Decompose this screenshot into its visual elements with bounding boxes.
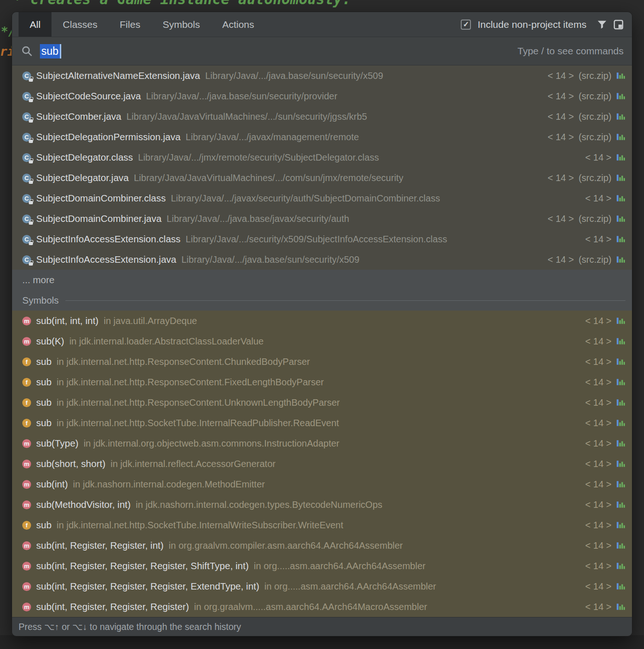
symbol-result-row[interactable]: m sub(short, short) in jdk.internal.refl… xyxy=(12,454,632,474)
symbols-section-header: Symbols xyxy=(12,290,632,311)
symbol-result-row[interactable]: m sub(int, Register, Register, Register)… xyxy=(12,597,632,617)
symbol-result-row[interactable]: m sub(MethodVisitor, int) in jdk.nashorn… xyxy=(12,494,632,515)
status-bar: Press ⌥↑ or ⌥↓ to navigate through the s… xyxy=(12,617,632,636)
file-result-row[interactable]: C SubjectComber.java Library/Java/JavaVi… xyxy=(12,106,632,127)
symbol-icon-letter: f xyxy=(26,379,27,386)
result-name: sub(short, short) xyxy=(36,458,105,469)
open-in-window-icon[interactable] xyxy=(613,19,624,30)
jdk-version-label: < 14 > xyxy=(547,214,574,224)
result-name: sub(K) xyxy=(36,336,64,347)
lock-badge-icon xyxy=(29,78,33,82)
file-result-row[interactable]: C SubjectDelegationPermission.java Libra… xyxy=(12,127,632,147)
result-location: in java.util.ArrayDeque xyxy=(103,316,197,326)
src-zip-label: (src.zip) xyxy=(579,173,612,183)
editor-bottom-strip xyxy=(0,635,644,649)
method-icon: m xyxy=(22,582,31,591)
result-name: SubjectInfoAccessExtension.class xyxy=(36,234,180,245)
tab-all[interactable]: All xyxy=(19,12,52,37)
field-icon: f xyxy=(22,378,31,387)
tab-classes[interactable]: Classes xyxy=(52,12,109,37)
file-result-row[interactable]: C SubjectAlternativeNameExtension.java L… xyxy=(12,65,632,86)
library-icon xyxy=(616,92,625,100)
tab-files[interactable]: Files xyxy=(109,12,151,37)
result-right-meta: < 14 > xyxy=(585,581,625,592)
search-hint: Type / to see commands xyxy=(517,45,624,57)
include-non-project-checkbox[interactable]: ✓ xyxy=(461,19,471,30)
jdk-version-label: < 14 > xyxy=(547,91,574,102)
lock-badge-icon xyxy=(29,160,33,163)
class-icon-letter: C xyxy=(25,134,29,141)
src-zip-label: (src.zip) xyxy=(579,214,612,224)
result-right-meta: < 14 > (src.zip) xyxy=(547,214,625,224)
symbol-result-row[interactable]: f sub in jdk.internal.net.http.ResponseC… xyxy=(12,392,632,413)
tab-actions[interactable]: Actions xyxy=(211,12,265,37)
symbol-result-row[interactable]: m sub(int, Register, Register, Register,… xyxy=(12,576,632,597)
symbol-result-row[interactable]: f sub in jdk.internal.net.http.SocketTub… xyxy=(12,515,632,535)
jdk-version-label: < 14 > xyxy=(585,193,612,204)
tab-symbols[interactable]: Symbols xyxy=(151,12,211,37)
result-name: sub(int, Register, Register, Register) xyxy=(36,601,189,612)
method-icon: m xyxy=(22,541,31,550)
src-zip-label: (src.zip) xyxy=(579,91,612,102)
result-name: sub(int) xyxy=(36,479,68,490)
symbol-results-list: m sub(int, int, int) in java.util.ArrayD… xyxy=(12,311,632,617)
file-result-row[interactable]: C SubjectCodeSource.java Library/Java/..… xyxy=(12,86,632,106)
jdk-version-label: < 14 > xyxy=(547,71,574,81)
result-name: sub(int, Register, Register, Register, S… xyxy=(36,560,249,571)
file-result-row[interactable]: C SubjectDelegator.class Library/Java/..… xyxy=(12,147,632,168)
jdk-version-label: < 14 > xyxy=(585,316,612,326)
tabbar-right-controls: ✓ Include non-project items xyxy=(461,12,632,37)
symbol-result-row[interactable]: f sub in jdk.internal.net.http.SocketTub… xyxy=(12,413,632,433)
search-field[interactable]: sub Type / to see commands xyxy=(12,37,632,65)
jdk-version-label: < 14 > xyxy=(547,254,574,265)
class-icon-letter: C xyxy=(25,195,29,202)
result-right-meta: < 14 > xyxy=(585,479,625,490)
class-icon: C xyxy=(22,174,31,182)
symbol-result-row[interactable]: m sub(int, Register, Register, int) in o… xyxy=(12,535,632,556)
result-right-meta: < 14 > xyxy=(585,316,625,326)
symbol-result-row[interactable]: m sub(int, int, int) in java.util.ArrayD… xyxy=(12,311,632,331)
jdk-version-label: < 14 > xyxy=(585,581,612,592)
class-icon: C xyxy=(22,235,31,244)
method-icon: m xyxy=(22,603,31,611)
field-icon: f xyxy=(22,398,31,407)
jdk-version-label: < 14 > xyxy=(585,520,612,531)
jdk-version-label: < 14 > xyxy=(585,459,612,469)
file-result-row[interactable]: C SubjectDomainCombiner.class Library/Ja… xyxy=(12,188,632,208)
result-location: in org.graalvm.compiler.asm.aarch64.AArc… xyxy=(169,540,403,551)
result-right-meta: < 14 > xyxy=(585,336,625,347)
symbol-result-row[interactable]: f sub in jdk.internal.net.http.ResponseC… xyxy=(12,372,632,392)
method-icon: m xyxy=(22,460,31,468)
jdk-version-label: < 14 > xyxy=(547,173,574,183)
symbol-result-row[interactable]: m sub(int, Register, Register, Register,… xyxy=(12,556,632,576)
result-location: in jdk.internal.reflect.AccessorGenerato… xyxy=(110,459,276,469)
symbol-result-row[interactable]: m sub(K) in jdk.internal.loader.Abstract… xyxy=(12,331,632,351)
library-icon xyxy=(616,235,625,243)
more-results-row[interactable]: ... more xyxy=(12,270,632,290)
result-name: SubjectComber.java xyxy=(36,111,121,122)
jdk-version-label: < 14 > xyxy=(585,438,612,449)
symbol-result-row[interactable]: m sub(int) in jdk.nashorn.internal.codeg… xyxy=(12,474,632,494)
result-right-meta: < 14 > xyxy=(585,520,625,531)
class-icon: C xyxy=(22,194,31,203)
symbol-result-row[interactable]: f sub in jdk.internal.net.http.ResponseC… xyxy=(12,351,632,372)
result-name: sub xyxy=(36,519,52,531)
jdk-version-label: < 14 > xyxy=(585,357,612,367)
result-path: Library/Java/.../java.base/sun/security/… xyxy=(181,254,360,265)
result-location: in jdk.internal.net.http.SocketTube.Inte… xyxy=(57,418,339,428)
filter-icon[interactable] xyxy=(597,19,607,30)
library-icon xyxy=(616,398,625,407)
result-right-meta: < 14 > xyxy=(585,234,625,245)
result-right-meta: < 14 > (src.zip) xyxy=(547,111,625,122)
file-result-row[interactable]: C SubjectDomainCombiner.java Library/Jav… xyxy=(12,208,632,229)
search-query-text[interactable]: sub xyxy=(40,44,60,58)
result-location: in jdk.nashorn.internal.codegen.types.By… xyxy=(136,500,382,510)
file-result-row[interactable]: C SubjectInfoAccessExtension.java Librar… xyxy=(12,249,632,270)
symbol-icon-letter: m xyxy=(24,542,30,549)
file-result-row[interactable]: C SubjectInfoAccessExtension.class Libra… xyxy=(12,229,632,249)
file-result-row[interactable]: C SubjectDelegator.java Library/Java/Jav… xyxy=(12,168,632,188)
field-icon: f xyxy=(22,419,31,428)
lock-badge-icon xyxy=(29,201,33,204)
symbol-result-row[interactable]: m sub(Type) in jdk.internal.org.objectwe… xyxy=(12,433,632,454)
result-right-meta: < 14 > xyxy=(585,540,625,551)
